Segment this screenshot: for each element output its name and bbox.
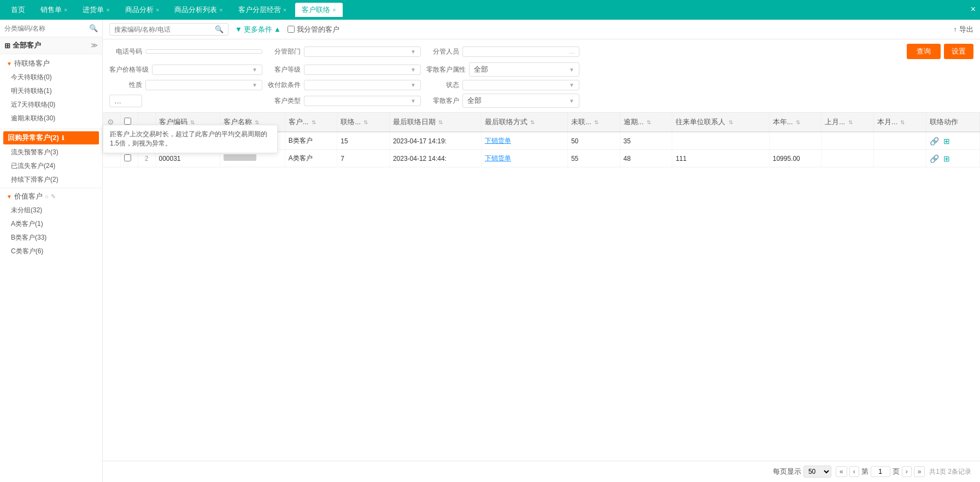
filter-nature-input[interactable]: ▼ <box>145 80 262 90</box>
action-icons-2: 🔗 ⊞ <box>930 154 976 163</box>
col-last-month[interactable]: 上月... ⇅ <box>821 113 874 132</box>
filter-more-dots-input[interactable]: … <box>109 95 142 107</box>
tab-product-analysis[interactable]: 商品分析 × <box>119 3 166 17</box>
nature-arrow-icon: ▼ <box>252 82 257 88</box>
filter-payment-label: 收付款条件 <box>268 80 301 90</box>
my-customers-checkbox[interactable]: 我分管的客户 <box>287 25 339 34</box>
my-customers-checkbox-input[interactable] <box>287 26 295 33</box>
close-tab-purchase[interactable]: × <box>106 7 109 13</box>
contact-link-icon-2[interactable]: 🔗 <box>930 154 939 163</box>
row-checkbox-2[interactable] <box>124 154 131 161</box>
filter-customer-level-input[interactable]: ▼ <box>304 65 421 75</box>
cell-overdue-2: 48 <box>620 150 672 167</box>
col-last-contact-date[interactable]: 最后联络日期 ⇅ <box>389 113 481 132</box>
window-close-button[interactable]: × <box>971 4 976 14</box>
sidebar-item-lost[interactable]: 已流失客户(24) <box>0 159 102 173</box>
tab-customer-contact[interactable]: 客户联络 × <box>295 3 342 17</box>
sidebar-item-abnormal-repurchase[interactable]: 回购异常客户(2) ℹ <box>3 131 99 144</box>
filter-manager-input[interactable]: … <box>462 47 579 57</box>
close-tab-product-analysis[interactable]: × <box>156 7 159 13</box>
value-edit-icon[interactable]: ✎ <box>51 193 56 200</box>
sidebar-item-declining[interactable]: 持续下滑客户(2) <box>0 173 102 187</box>
last-page-btn[interactable]: » <box>914 466 925 477</box>
cell-last-month-1 <box>821 132 874 150</box>
filter-icon: ▼ <box>235 25 242 33</box>
filter-manager: 分管人员 … <box>426 47 579 57</box>
close-tab-customer-tier[interactable]: × <box>283 7 286 13</box>
level-arrow-icon: ▼ <box>410 67 416 73</box>
sidebar-item-a-class[interactable]: A类客户(1) <box>0 217 102 231</box>
prev-page-btn[interactable]: ‹ <box>849 466 859 477</box>
filter-scattered-input[interactable]: 全部 ▼ <box>462 94 579 108</box>
tab-product-analysis-list[interactable]: 商品分析列表 × <box>168 3 229 17</box>
settings-button[interactable]: 设置 <box>944 44 973 59</box>
tab-purchase-order[interactable]: 进货单 × <box>76 3 116 17</box>
filter-status-input[interactable]: ▼ <box>462 80 579 90</box>
filter-phone-input[interactable] <box>145 49 262 54</box>
col-this-month[interactable]: 本月... ⇅ <box>873 113 926 132</box>
sidebar-search-input[interactable] <box>4 25 87 32</box>
sidebar-item-overdue[interactable]: 逾期未联络(30) <box>0 112 102 125</box>
more-conditions-btn[interactable]: ▼ 更多条件 ▲ <box>235 25 281 34</box>
price-arrow-icon: ▼ <box>252 67 257 73</box>
filter-more-dots: … <box>109 95 262 107</box>
filter-customer-type-input[interactable]: ▼ <box>304 96 421 106</box>
filter-customer-type-label: 客户类型 <box>268 96 301 106</box>
customer-table-container[interactable]: ⚙ 客户编码 ⇅ 客户名称 ⇅ <box>103 113 980 461</box>
adv-filter-row-1: 电话号码 分管部门 ▼ 分管人员 <box>109 44 973 59</box>
filter-search-icon[interactable]: 🔍 <box>215 25 224 33</box>
export-icon: ↑ <box>954 25 958 33</box>
col-uncontacted[interactable]: 未联... ⇅ <box>567 113 620 132</box>
filter-price-level-input[interactable]: ▼ <box>152 65 262 75</box>
sidebar-item-unclassified[interactable]: 未分组(32) <box>0 204 102 217</box>
query-button[interactable]: 查询 <box>907 44 941 59</box>
sidebar-item-7days[interactable]: 近7天待联络(0) <box>0 98 102 112</box>
cell-last-contact-type-2[interactable]: 下销货单 <box>482 150 568 167</box>
sidebar-collapse-icon[interactable]: ≫ <box>91 42 98 49</box>
col-contact[interactable]: 联络... ⇅ <box>337 113 390 132</box>
cell-uncontacted-2: 55 <box>567 150 620 167</box>
col-this-year[interactable]: 本年... ⇅ <box>769 113 821 132</box>
sidebar-item-b-class[interactable]: B类客户(33) <box>0 231 102 245</box>
sort-lastmonth-icon: ⇅ <box>848 119 853 125</box>
cell-last-contact-type-1[interactable]: 下销货单 <box>482 132 568 150</box>
sidebar-item-today[interactable]: 今天待联络(0) <box>0 71 102 84</box>
export-btn[interactable]: ↑ 导出 <box>954 25 974 34</box>
sidebar-item-lost-warning[interactable]: 流失预警客户(3) <box>0 146 102 159</box>
first-page-btn[interactable]: « <box>836 466 847 477</box>
sort-type-icon: ⇅ <box>312 119 316 125</box>
col-type[interactable]: 客户... ⇅ <box>285 113 337 132</box>
tab-customer-tier[interactable]: 客户分层经营 × <box>232 3 293 17</box>
filter-dept-input[interactable]: ▼ <box>304 47 421 57</box>
value-triangle-icon: ▼ <box>7 194 12 200</box>
col-overdue[interactable]: 逾期... ⇅ <box>620 113 672 132</box>
contact-grid-icon-2[interactable]: ⊞ <box>943 154 950 163</box>
close-tab-product-list[interactable]: × <box>219 7 222 13</box>
cell-uncontacted-1: 50 <box>567 132 620 150</box>
cell-contact-2: 7 <box>337 150 390 167</box>
col-last-contact-type[interactable]: 最后联络方式 ⇅ <box>482 113 568 132</box>
close-tab-sales[interactable]: × <box>64 7 67 13</box>
filter-scattered-attr: 零散客户属性 全部 ▼ <box>426 62 579 77</box>
filter-scattered-attr-input[interactable]: 全部 ▼ <box>469 62 579 77</box>
pending-contact-title[interactable]: ▼ 待联络客户 <box>0 56 102 71</box>
contact-link-icon-1[interactable]: 🔗 <box>930 137 939 146</box>
search-input[interactable] <box>114 26 213 33</box>
select-all-checkbox[interactable] <box>124 118 131 125</box>
ctype-arrow-icon: ▼ <box>410 98 416 104</box>
col-unit-contact[interactable]: 往来单位联系人 ⇅ <box>672 113 770 132</box>
per-page-select[interactable]: 20 50 100 <box>803 466 831 478</box>
close-tab-customer-contact[interactable]: × <box>332 7 336 13</box>
sidebar-search-icon[interactable]: 🔍 <box>89 24 98 32</box>
status-arrow-icon: ▼ <box>569 82 574 88</box>
contact-grid-icon-1[interactable]: ⊞ <box>943 137 950 146</box>
tab-sales-order[interactable]: 销售单 × <box>34 3 74 17</box>
nav-home[interactable]: 首页 <box>4 3 32 17</box>
sidebar-item-c-class[interactable]: C类客户(6) <box>0 245 102 258</box>
sidebar-item-tomorrow[interactable]: 明天待联络(1) <box>0 84 102 98</box>
filter-payment-input[interactable]: ▼ <box>304 80 421 90</box>
filter-scattered-attr-label: 零散客户属性 <box>426 65 466 74</box>
next-page-btn[interactable]: › <box>902 466 912 477</box>
repurchase-tooltip: 距客户上次交易时长，超过了此客户的平均交易周期的1.5倍，则视为异常。 <box>103 125 278 153</box>
page-number-input[interactable] <box>871 466 890 477</box>
